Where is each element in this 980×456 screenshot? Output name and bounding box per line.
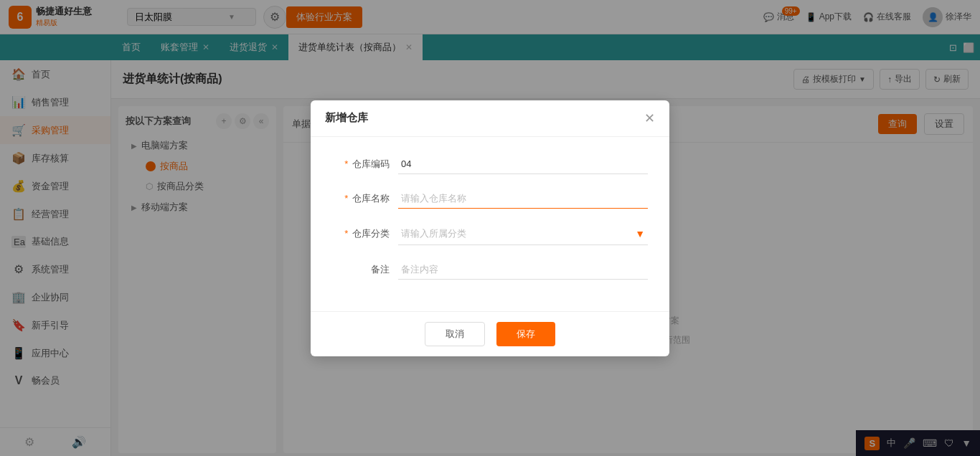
required-star-3: * [344, 228, 348, 239]
form-row-remark: 备注 [332, 260, 648, 280]
dialog-footer: 取消 保存 [311, 311, 669, 356]
cancel-button[interactable]: 取消 [425, 322, 485, 346]
add-warehouse-dialog: 新增仓库 ✕ * 仓库编码 * 仓库名称 * [311, 100, 669, 356]
remark-input[interactable] [398, 260, 648, 280]
required-star-1: * [344, 158, 348, 169]
category-arrow-icon: ▼ [635, 228, 645, 239]
category-select[interactable]: 请输入所属分类 ▼ [398, 223, 648, 245]
dialog-close-button[interactable]: ✕ [644, 110, 655, 126]
code-input[interactable] [398, 154, 648, 174]
save-button[interactable]: 保存 [496, 322, 555, 346]
dialog-title: 新增仓库 [325, 111, 644, 125]
remark-label: 备注 [332, 263, 390, 276]
modal-overlay: 新增仓库 ✕ * 仓库编码 * 仓库名称 * [0, 0, 980, 456]
dialog-body: * 仓库编码 * 仓库名称 * 仓库分类 请输入所属分类 [311, 137, 669, 311]
dialog-header: 新增仓库 ✕ [311, 100, 669, 137]
category-label: * 仓库分类 [332, 227, 390, 240]
name-label: * 仓库名称 [332, 192, 390, 205]
form-row-code: * 仓库编码 [332, 154, 648, 174]
form-row-category: * 仓库分类 请输入所属分类 ▼ [332, 223, 648, 245]
name-input[interactable] [398, 189, 648, 209]
form-row-name: * 仓库名称 [332, 189, 648, 209]
code-label: * 仓库编码 [332, 158, 390, 171]
category-placeholder: 请输入所属分类 [401, 227, 466, 240]
required-star-2: * [344, 193, 348, 204]
